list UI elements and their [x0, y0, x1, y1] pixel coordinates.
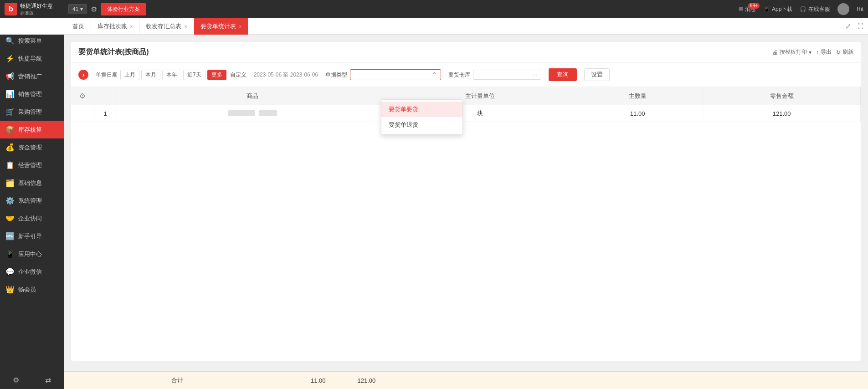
tab-home[interactable]: 首页 — [66, 18, 91, 35]
sidebar: ◀ 🔍 搜索菜单 ⚡ 快捷导航 📢 营销推广 📊 销售管理 🛒 采购管理 📦 库… — [0, 18, 64, 389]
type-dropdown: 要货单要货 要货单退货 — [381, 99, 463, 135]
sidebar-item-quick-nav[interactable]: ⚡ 快捷导航 — [0, 50, 64, 67]
header-right: ✉ 消息 99+ 📱 App下载 🎧 在线客服 Rit — [739, 3, 863, 15]
type-select-box[interactable]: ⌃ — [350, 69, 441, 80]
sidebar-item-basic-info[interactable]: 🗂️ 基础信息 — [0, 174, 64, 192]
tab-receive-summary[interactable]: 收发存汇总表 × — [139, 18, 194, 35]
column-settings-icon[interactable]: ⚙ — [79, 92, 86, 100]
app-download-btn[interactable]: 📱 App下载 — [763, 5, 792, 13]
dropdown-item-order-return[interactable]: 要货单退货 — [381, 117, 462, 133]
col-no — [94, 87, 117, 105]
quick-nav-icon: ⚡ — [5, 54, 15, 63]
enterprise-icon: 🤝 — [5, 214, 15, 223]
operations-icon: 📋 — [5, 161, 15, 169]
print-icon: 🖨 — [772, 49, 778, 56]
chevron-down-icon: ▾ — [80, 6, 83, 12]
tab-close-receive-summary[interactable]: × — [184, 24, 187, 29]
sidebar-item-enterprise[interactable]: 🤝 企业协同 — [0, 210, 64, 227]
sidebar-item-wecom[interactable]: 💬 企业微信 — [0, 263, 64, 281]
messages-btn[interactable]: ✉ 消息 99+ — [739, 5, 756, 13]
page-header: 要货单统计表(按商品) 🖨 按模板打印 ▾ ↑ 导出 ↻ 刷新 — [71, 42, 861, 63]
header-center: 41 ▾ ⚙ 体验行业方案 — [68, 3, 739, 15]
data-table: ⚙ 商品 主计量单位 主数量 零售金额 1 — [71, 87, 861, 122]
refresh-icon: ↻ — [836, 49, 841, 56]
type-select-arrow: ⌃ — [431, 71, 437, 78]
page-actions: 🖨 按模板打印 ▾ ↑ 导出 ↻ 刷新 — [772, 48, 853, 56]
marketing-icon: 📢 — [5, 72, 15, 81]
tab-order-summary[interactable]: 要货单统计表 × — [194, 18, 248, 35]
refresh-btn[interactable]: ↻ 刷新 — [836, 48, 853, 56]
date-btn-this-month[interactable]: 本月 — [141, 70, 160, 80]
wecom-icon: 💬 — [5, 267, 15, 276]
logo-text: 畅捷通好生意 标准版 — [20, 2, 53, 16]
vip-icon: 👑 — [5, 285, 15, 294]
tab-bar: 首页 库存批次账 × 收发存汇总表 × 要货单统计表 × ⤢ ⛶ — [0, 18, 868, 35]
inventory-icon: 📦 — [5, 125, 15, 134]
table-container: ⚙ 商品 主计量单位 主数量 零售金额 1 — [71, 87, 861, 122]
total-amount: 121.00 — [358, 377, 376, 384]
top-header: b 畅捷通好生意 标准版 41 ▾ ⚙ 体验行业方案 ✉ 消息 99+ 📱 Ap… — [0, 0, 868, 18]
total-quantity: 11.00 — [311, 377, 326, 384]
query-button[interactable]: 查询 — [549, 68, 577, 81]
service-icon: 🎧 — [800, 6, 806, 12]
export-btn[interactable]: ↑ 导出 — [816, 48, 832, 56]
trial-button[interactable]: 体验行业方案 — [101, 3, 146, 15]
col-amount: 零售金额 — [703, 87, 861, 105]
date-filter-group: 单据日期 上月 本月 本年 近7天 更多 自定义 — [96, 70, 247, 80]
avatar[interactable] — [837, 3, 849, 15]
app-center-icon: 📱 — [5, 250, 15, 258]
col-settings[interactable]: ⚙ — [71, 87, 94, 105]
main-content: 要货单统计表(按商品) 🖨 按模板打印 ▾ ↑ 导出 ↻ 刷新 › — [64, 35, 868, 389]
date-range: 2023-05-06 至 2023-06-06 — [254, 71, 318, 79]
tab-inventory-batch[interactable]: 库存批次账 × — [91, 18, 139, 35]
sidebar-item-operations[interactable]: 📋 经营管理 — [0, 156, 64, 174]
user-name: Rit — [857, 6, 863, 12]
warehouse-select-box[interactable]: ··· — [473, 70, 541, 80]
message-icon: ✉ — [739, 6, 743, 12]
sidebar-item-finance[interactable]: 💰 资金管理 — [0, 138, 64, 156]
sidebar-settings-icon[interactable]: ⚙ — [13, 376, 19, 384]
product-name-placeholder — [228, 110, 255, 116]
total-label: 合计 — [171, 376, 183, 384]
store-selector[interactable]: 41 ▾ — [68, 4, 87, 14]
sidebar-item-sales[interactable]: 📊 销售管理 — [0, 85, 64, 103]
sidebar-item-marketing[interactable]: 📢 营销推广 — [0, 67, 64, 85]
product-code-placeholder — [259, 110, 277, 116]
sidebar-item-system[interactable]: ⚙️ 系统管理 — [0, 192, 64, 210]
cell-row-no: 1 — [94, 105, 117, 122]
sidebar-item-app-center[interactable]: 📱 应用中心 — [0, 245, 64, 263]
logo-area: b 畅捷通好生意 标准版 — [5, 2, 68, 16]
page-container: 要货单统计表(按商品) 🖨 按模板打印 ▾ ↑ 导出 ↻ 刷新 › — [71, 42, 861, 361]
table-header-row: ⚙ 商品 主计量单位 主数量 零售金额 — [71, 87, 861, 105]
date-custom-label: 自定义 — [230, 71, 247, 79]
system-icon: ⚙️ — [5, 196, 15, 205]
settings-icon[interactable]: ⚙ — [91, 5, 97, 14]
date-btn-last-month[interactable]: 上月 — [120, 70, 139, 80]
filter-area: › 单据日期 上月 本月 本年 近7天 更多 自定义 2023-05-06 至 … — [71, 63, 861, 87]
sidebar-collapse-icon[interactable]: ⇄ — [45, 376, 51, 384]
export-icon: ↑ — [816, 49, 819, 56]
warehouse-filter-group: 要货仓库 ··· — [448, 70, 541, 80]
setup-button[interactable]: 设置 — [584, 68, 610, 81]
chevron-down-print: ▾ — [809, 49, 812, 56]
sidebar-item-purchase[interactable]: 🛒 采购管理 — [0, 103, 64, 121]
filter-expand-btn[interactable]: › — [78, 70, 88, 80]
logo-icon: b — [5, 3, 17, 15]
purchase-icon: 🛒 — [5, 107, 15, 116]
dropdown-item-order-goods[interactable]: 要货单要货 — [381, 102, 462, 117]
type-label: 单据类型 — [325, 71, 347, 79]
print-btn[interactable]: 🖨 按模板打印 ▾ — [772, 48, 812, 56]
sidebar-item-guide[interactable]: 🆕 新手引导 — [0, 227, 64, 245]
date-btn-more[interactable]: 更多 — [207, 70, 226, 80]
tab-close-inventory-batch[interactable]: × — [130, 24, 133, 29]
online-service-btn[interactable]: 🎧 在线客服 — [800, 5, 830, 13]
tab-close-order-summary[interactable]: × — [239, 24, 241, 29]
page-title: 要货单统计表(按商品) — [78, 47, 149, 57]
tab-expand-btn[interactable]: ⤢ — [845, 22, 856, 31]
sidebar-item-vip[interactable]: 👑 畅会员 — [0, 281, 64, 298]
sales-icon: 📊 — [5, 90, 15, 98]
tab-fullscreen-btn[interactable]: ⛶ — [858, 23, 868, 30]
date-btn-7days[interactable]: 近7天 — [183, 70, 205, 80]
sidebar-item-inventory[interactable]: 📦 库存核算 — [0, 121, 64, 138]
date-btn-this-year[interactable]: 本年 — [162, 70, 181, 80]
